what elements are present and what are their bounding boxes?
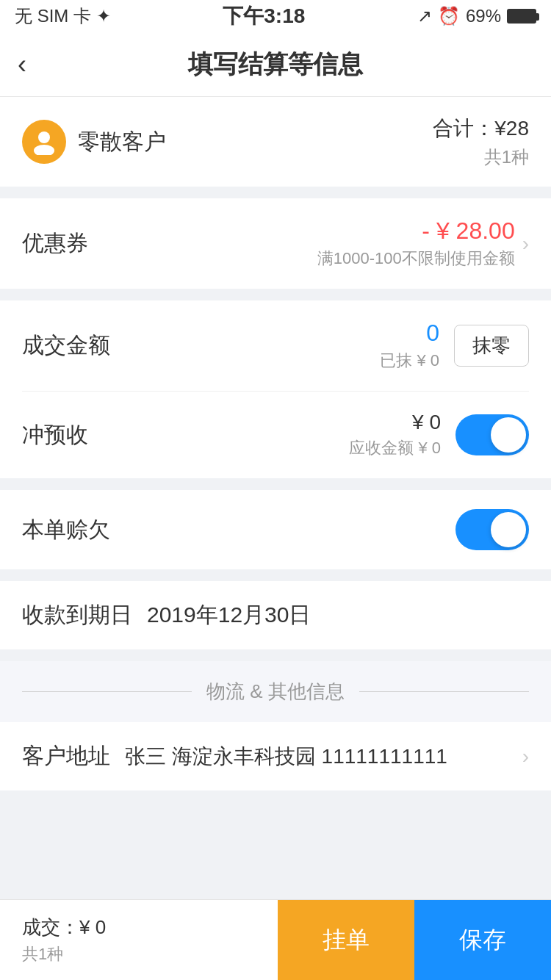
coupon-right: - ¥ 28.00 满1000-100不限制使用金额 › (317, 217, 529, 270)
debt-label: 本单赊欠 (22, 515, 110, 545)
sim-text: 无 SIM 卡 ✦ (15, 4, 111, 28)
toggle-knob (491, 417, 526, 453)
due-date-label: 收款到期日 (22, 600, 132, 630)
coupon-info: - ¥ 28.00 满1000-100不限制使用金额 (317, 217, 515, 270)
battery-icon (507, 9, 536, 24)
svg-point-1 (34, 145, 54, 155)
transaction-label: 成交金额 (22, 331, 110, 361)
customer-right: 合计：¥28 共1种 (433, 115, 529, 169)
flush-sub: 应收金额 ¥ 0 (349, 437, 441, 459)
customer-count: 共1种 (433, 145, 529, 169)
alarm-icon: ⏰ (438, 6, 460, 26)
customer-row: 零散客户 合计：¥28 共1种 (0, 97, 551, 187)
flush-toggle[interactable] (455, 414, 529, 455)
page-title: 填写结算等信息 (188, 48, 363, 82)
bottom-deal: 成交：¥ 0 (22, 915, 256, 940)
save-button[interactable]: 保存 (414, 900, 551, 980)
status-bar: 无 SIM 卡 ✦ 下午3:18 ↗ ⏰ 69% (0, 0, 551, 32)
transaction-right: 0 已抹 ¥ 0 抹零 (380, 320, 529, 372)
transaction-amount-col: 0 已抹 ¥ 0 (380, 320, 439, 372)
bottom-deal-value: ¥ 0 (79, 916, 106, 938)
transaction-row: 成交金额 0 已抹 ¥ 0 抹零 (0, 300, 551, 391)
customer-left: 零散客户 (22, 120, 166, 164)
nav-bar: ‹ 填写结算等信息 (0, 32, 551, 97)
svg-point-0 (38, 131, 50, 143)
round-button[interactable]: 抹零 (454, 325, 529, 367)
content: 零散客户 合计：¥28 共1种 优惠券 - ¥ 28.00 满1000-100不… (0, 97, 551, 879)
flush-row: 冲预收 ¥ 0 应收金额 ¥ 0 (0, 392, 551, 478)
bottom-info: 成交：¥ 0 共1种 (0, 900, 278, 980)
address-value: 张三 海淀永丰科技园 11111111111 (125, 743, 522, 771)
debt-toggle[interactable] (455, 509, 529, 550)
back-button[interactable]: ‹ (18, 49, 26, 80)
coupon-label: 优惠券 (22, 228, 88, 259)
coupon-desc: 满1000-100不限制使用金额 (317, 248, 515, 270)
logistics-line-left (22, 691, 192, 692)
flush-label: 冲预收 (22, 420, 88, 450)
transaction-sub: 已抹 ¥ 0 (380, 350, 439, 372)
debt-section: 本单赊欠 (0, 490, 551, 569)
status-left: 无 SIM 卡 ✦ (15, 4, 111, 28)
bottom-bar: 成交：¥ 0 共1种 挂单 保存 (0, 899, 551, 980)
logistics-title: 物流 & 其他信息 (206, 679, 345, 705)
logistics-line-right (359, 691, 529, 692)
address-label: 客户地址 (22, 741, 110, 771)
battery-text: 69% (466, 6, 501, 26)
hold-button[interactable]: 挂单 (278, 900, 414, 980)
chevron-right-icon: › (522, 232, 529, 256)
due-date-section: 收款到期日 2019年12月30日 (0, 581, 551, 649)
transaction-value: 0 (380, 320, 439, 347)
transaction-section: 成交金额 0 已抹 ¥ 0 抹零 冲预收 ¥ 0 应收金额 ¥ 0 (0, 300, 551, 478)
bottom-count: 共1种 (22, 943, 256, 965)
bottom-deal-label: 成交： (22, 916, 79, 938)
flush-amount: ¥ 0 (349, 411, 441, 434)
address-chevron-icon: › (522, 745, 529, 768)
status-right: ↗ ⏰ 69% (417, 6, 536, 26)
status-time: 下午3:18 (223, 2, 305, 30)
flush-amount-col: ¥ 0 应收金额 ¥ 0 (349, 411, 441, 459)
flush-right: ¥ 0 应收金额 ¥ 0 (349, 411, 529, 459)
logistics-section: 物流 & 其他信息 (0, 661, 551, 722)
logistics-header: 物流 & 其他信息 (0, 661, 551, 722)
person-icon (31, 129, 57, 155)
customer-total: 合计：¥28 (433, 115, 529, 143)
avatar (22, 120, 66, 164)
address-row[interactable]: 客户地址 张三 海淀永丰科技园 11111111111 › (0, 722, 551, 790)
coupon-row[interactable]: 优惠券 - ¥ 28.00 满1000-100不限制使用金额 › (0, 198, 551, 289)
location-icon: ↗ (417, 6, 432, 26)
debt-toggle-knob (491, 512, 526, 547)
coupon-discount: - ¥ 28.00 (317, 217, 515, 245)
due-date-value: 2019年12月30日 (147, 600, 311, 630)
customer-name: 零散客户 (78, 127, 166, 157)
